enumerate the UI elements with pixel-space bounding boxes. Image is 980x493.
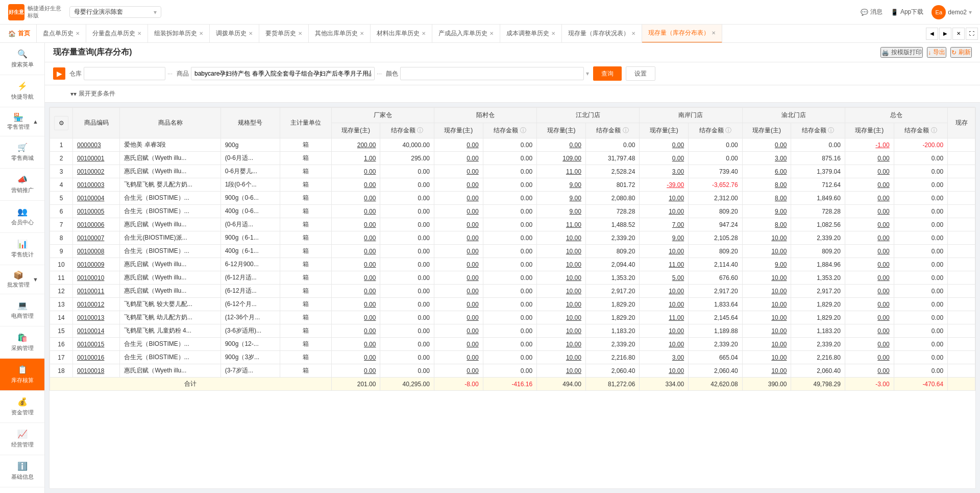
row-na-qty[interactable]: 10.00 bbox=[640, 285, 689, 298]
row-na-qty[interactable]: 10.00 bbox=[640, 324, 689, 338]
row-na-qty[interactable]: 11.00 bbox=[640, 311, 689, 324]
row-tot-qty[interactable]: 0.00 bbox=[845, 285, 894, 298]
row-code[interactable]: 00100003 bbox=[73, 178, 120, 192]
row-yb-qty[interactable]: 3.00 bbox=[742, 152, 791, 165]
row-yb-qty[interactable]: 6.00 bbox=[742, 165, 791, 178]
tab-expand-btn[interactable]: ⛶ bbox=[966, 28, 978, 40]
row-code[interactable]: 00100004 bbox=[73, 192, 120, 205]
row-yb-qty[interactable]: 10.00 bbox=[742, 231, 791, 245]
row-jb-qty[interactable]: 11.00 bbox=[537, 165, 586, 178]
row-jb-qty[interactable]: 10.00 bbox=[537, 258, 586, 271]
row-code[interactable]: 00100005 bbox=[73, 205, 120, 218]
row-jb-qty[interactable]: 9.00 bbox=[537, 192, 586, 205]
row-tot-qty[interactable]: 0.00 bbox=[845, 298, 894, 311]
row-cf-qty[interactable]: 0.00 bbox=[331, 311, 380, 324]
row-na-qty[interactable]: 5.00 bbox=[640, 271, 689, 285]
row-jb-qty[interactable]: 10.00 bbox=[537, 324, 586, 338]
sidebar-item-search[interactable]: 🔍 搜索英单 bbox=[0, 43, 44, 75]
row-yb-qty[interactable]: 9.00 bbox=[742, 258, 791, 271]
row-code[interactable]: 00100013 bbox=[73, 311, 120, 324]
row-na-qty[interactable]: 10.00 bbox=[640, 205, 689, 218]
row-cf-qty[interactable]: 0.00 bbox=[331, 364, 380, 378]
row-yb-qty[interactable]: 10.00 bbox=[742, 351, 791, 364]
row-jb-qty[interactable]: 10.00 bbox=[537, 338, 586, 351]
row-tot-qty[interactable]: 0.00 bbox=[845, 271, 894, 285]
row-jb-qty[interactable]: 10.00 bbox=[537, 271, 586, 285]
tab-sub-inventory-check[interactable]: 分量盘点单历史 ✕ bbox=[86, 25, 148, 43]
row-yb-qty[interactable]: 8.00 bbox=[742, 192, 791, 205]
warehouse-input[interactable] bbox=[84, 67, 165, 80]
row-code[interactable]: 0000003 bbox=[73, 138, 120, 152]
row-tot-qty[interactable]: 0.00 bbox=[845, 152, 894, 165]
row-jb-qty[interactable]: 9.00 bbox=[537, 205, 586, 218]
sidebar-item-purchase[interactable]: 🛍️ 采购管理 bbox=[0, 326, 44, 359]
row-na-qty[interactable]: -39.00 bbox=[640, 178, 689, 192]
filter-expand-btn[interactable]: ▶ bbox=[53, 67, 65, 80]
row-cf-qty[interactable]: 0.00 bbox=[331, 324, 380, 338]
row-code[interactable]: 00100018 bbox=[73, 364, 120, 378]
row-yb-qty[interactable]: 9.00 bbox=[742, 205, 791, 218]
tab-close-icon[interactable]: ✕ bbox=[137, 31, 141, 36]
th-settings[interactable]: ⚙ bbox=[50, 108, 73, 138]
row-na-qty[interactable]: 0.00 bbox=[640, 138, 689, 152]
row-mc-qty[interactable]: 0.00 bbox=[434, 324, 483, 338]
sidebar-item-retail-stats[interactable]: 📊 零售统计 bbox=[0, 233, 44, 265]
tab-close-icon[interactable]: ✕ bbox=[712, 30, 716, 36]
row-tot-qty[interactable]: -1.00 bbox=[845, 138, 894, 152]
goods-input[interactable] bbox=[191, 67, 375, 80]
expand-more-btn[interactable]: ▾▾ 展开更多条件 bbox=[70, 87, 972, 100]
row-mc-qty[interactable]: 0.00 bbox=[434, 338, 483, 351]
row-yb-qty[interactable]: 10.00 bbox=[742, 285, 791, 298]
row-cf-qty[interactable]: 0.00 bbox=[331, 245, 380, 258]
row-mc-qty[interactable]: 0.00 bbox=[434, 138, 483, 152]
tab-close-icon[interactable]: ✕ bbox=[489, 31, 494, 36]
row-jb-qty[interactable]: 10.00 bbox=[537, 285, 586, 298]
row-yb-qty[interactable]: 8.00 bbox=[742, 218, 791, 231]
tab-product-in[interactable]: 产成品入库单历史 ✕ bbox=[432, 25, 500, 43]
row-cf-qty[interactable]: 0.00 bbox=[331, 271, 380, 285]
tab-close-icon[interactable]: ✕ bbox=[298, 31, 302, 36]
goods-ellipsis[interactable]: ··· bbox=[377, 70, 382, 77]
row-yb-qty[interactable]: 10.00 bbox=[742, 298, 791, 311]
row-cf-qty[interactable]: 0.00 bbox=[331, 192, 380, 205]
tab-close-icon[interactable]: ✕ bbox=[249, 31, 253, 36]
system-name-selector[interactable]: 母婴行业演示陈套 ▾ bbox=[69, 6, 161, 18]
color-input[interactable] bbox=[400, 67, 584, 80]
row-yb-qty[interactable]: 0.00 bbox=[742, 138, 791, 152]
row-tot-qty[interactable]: 0.00 bbox=[845, 205, 894, 218]
row-yb-qty[interactable]: 10.00 bbox=[742, 271, 791, 285]
row-tot-qty[interactable]: 0.00 bbox=[845, 192, 894, 205]
row-yb-qty[interactable]: 10.00 bbox=[742, 338, 791, 351]
row-code[interactable]: 00100006 bbox=[73, 218, 120, 231]
sidebar-item-basic-info[interactable]: ℹ️ 基础信息 bbox=[0, 455, 44, 487]
row-cf-qty[interactable]: 0.00 bbox=[331, 351, 380, 364]
row-na-qty[interactable]: 3.00 bbox=[640, 165, 689, 178]
tab-other-out[interactable]: 其他出库单历史 ✕ bbox=[309, 25, 371, 43]
row-mc-qty[interactable]: 0.00 bbox=[434, 165, 483, 178]
row-jb-qty[interactable]: 109.00 bbox=[537, 152, 586, 165]
row-na-qty[interactable]: 10.00 bbox=[640, 364, 689, 378]
tab-order[interactable]: 要货单历史 ✕ bbox=[259, 25, 309, 43]
settings-icon[interactable]: ⚙ bbox=[54, 116, 68, 130]
row-na-qty[interactable]: 10.00 bbox=[640, 245, 689, 258]
sidebar-item-wholesale[interactable]: 📦 批发管理 ▼ bbox=[0, 265, 44, 294]
row-jb-qty[interactable]: 10.00 bbox=[537, 351, 586, 364]
row-tot-qty[interactable]: 0.00 bbox=[845, 178, 894, 192]
row-mc-qty[interactable]: 0.00 bbox=[434, 364, 483, 378]
tab-stock-dist[interactable]: 现存量（库存分布表） ✕ bbox=[642, 25, 722, 43]
row-mc-qty[interactable]: 0.00 bbox=[434, 245, 483, 258]
row-mc-qty[interactable]: 0.00 bbox=[434, 231, 483, 245]
row-tot-qty[interactable]: 0.00 bbox=[845, 338, 894, 351]
sidebar-item-inventory[interactable]: 📋 库存核算 bbox=[0, 359, 44, 391]
row-yb-qty[interactable]: 10.00 bbox=[742, 311, 791, 324]
row-jb-qty[interactable]: 10.00 bbox=[537, 245, 586, 258]
row-cf-qty[interactable]: 0.00 bbox=[331, 178, 380, 192]
row-cf-qty[interactable]: 0.00 bbox=[331, 285, 380, 298]
row-code[interactable]: 00100009 bbox=[73, 258, 120, 271]
row-na-qty[interactable]: 10.00 bbox=[640, 298, 689, 311]
row-mc-qty[interactable]: 0.00 bbox=[434, 285, 483, 298]
row-na-qty[interactable]: 9.00 bbox=[640, 231, 689, 245]
row-mc-qty[interactable]: 0.00 bbox=[434, 271, 483, 285]
row-code[interactable]: 00100010 bbox=[73, 271, 120, 285]
row-cf-qty[interactable]: 200.00 bbox=[331, 138, 380, 152]
